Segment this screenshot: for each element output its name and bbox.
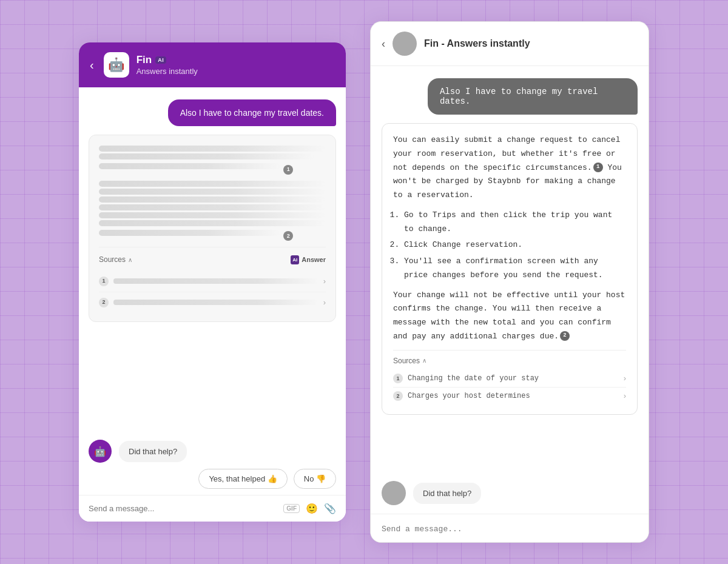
answer-text-right: You can easily submit a change request t… [393, 133, 626, 344]
footer-icons-left: GIF 🙂 📎 [283, 503, 336, 514]
chevron-up-left[interactable]: ∧ [128, 255, 132, 265]
message-input-left[interactable] [89, 504, 277, 513]
answer-para2: Your change will not be effective until … [393, 289, 626, 344]
right-chat-body: Also I have to change my travel dates. Y… [371, 66, 649, 472]
source-text-1-right: Changing the date of your stay [408, 374, 619, 383]
back-button-left[interactable]: ‹ [90, 58, 94, 72]
right-footer [371, 514, 649, 542]
right-chat-panel: ‹ Fin - Answers instantly Also I have to… [370, 21, 649, 543]
ai-mini-badge: AI [291, 255, 299, 265]
step-1: Go to Trips and then click the trip you … [404, 209, 626, 237]
sources-header-left: Sources ∧ AI Answer [99, 253, 326, 266]
source-arrow-1-left: › [323, 275, 326, 288]
bot-response-card-left: 1 2 Sources ∧ AI [89, 135, 336, 322]
blur-line [99, 220, 326, 226]
source-text-blur-1 [113, 278, 318, 284]
left-header: ‹ 🤖 Fin AI Answers instantly [79, 42, 346, 87]
source-item-1-left[interactable]: 1 › [99, 271, 326, 292]
right-did-help-row: Did that help? [371, 472, 649, 505]
blur-line [99, 212, 326, 218]
did-help-bubble-left: Did that help? [119, 441, 187, 462]
sources-text-right: Sources [393, 357, 420, 365]
citation-2-left: 2 [283, 231, 293, 241]
source-text-2-right: Charges your host determines [408, 392, 619, 400]
emoji-icon[interactable]: 🙂 [306, 503, 318, 514]
blur-line [99, 163, 280, 169]
answer-steps-list: Go to Trips and then click the trip you … [393, 209, 626, 283]
source-arrow-1-right: › [624, 374, 626, 383]
fin-logo-icon: 🤖 [108, 57, 124, 73]
attach-icon[interactable]: 📎 [324, 503, 336, 514]
cite-badge-2: 2 [560, 331, 570, 341]
source-num-1-right: 1 [393, 374, 403, 383]
header-title-right: Fin - Answers instantly [424, 38, 530, 49]
back-button-right[interactable]: ‹ [382, 38, 385, 50]
step-3: You'll see a confirmation screen with an… [404, 255, 626, 283]
source-arrow-2-left: › [323, 296, 326, 309]
source-item-1-right[interactable]: 1 Changing the date of your stay › [393, 370, 626, 388]
fin-avatar-right [393, 32, 417, 56]
message-input-right[interactable] [382, 525, 638, 534]
blur-line [99, 189, 326, 195]
answer-para1: You can easily submit a change request t… [393, 133, 626, 203]
source-num-2-right: 2 [393, 391, 403, 401]
fin-avatar-left: 🤖 [104, 52, 129, 78]
chevron-up-right[interactable]: ∧ [422, 357, 426, 364]
header-subtitle-left: Answers instantly [136, 67, 198, 76]
sources-label-left: Sources ∧ [99, 253, 132, 266]
user-message-left: Also I have to change my travel dates. [168, 99, 336, 126]
sources-section-left: Sources ∧ AI Answer 1 › 2 › [99, 247, 326, 313]
fin-name-left: Fin [136, 54, 152, 66]
yes-helped-button[interactable]: Yes, that helped 👍 [198, 469, 287, 489]
sources-section-right: Sources ∧ 1 Changing the date of your st… [393, 350, 626, 405]
spacer-right [371, 505, 649, 514]
user-message-right: Also I have to change my travel dates. [428, 78, 638, 115]
left-chat-body: Also I have to change my travel dates. 1… [79, 87, 346, 431]
no-button[interactable]: No 👎 [294, 469, 336, 489]
source-arrow-2-right: › [624, 391, 626, 400]
sources-label-right: Sources ∧ [393, 357, 426, 365]
source-item-2-left[interactable]: 2 › [99, 292, 326, 313]
citation-1-left: 1 [283, 165, 293, 175]
step-2: Click Change reservation. [404, 238, 626, 252]
answer-badge-left: AI Answer [291, 254, 326, 266]
fin-mini-avatar-left: 🤖 [89, 440, 112, 463]
answer-para2-text: Your change will not be effective until … [393, 290, 625, 341]
blur-line [99, 153, 314, 159]
header-title-left: Fin AI [136, 54, 198, 66]
left-footer: GIF 🙂 📎 [79, 495, 346, 522]
sources-header-right: Sources ∧ [393, 357, 626, 365]
cite-badge-1: 1 [593, 163, 603, 172]
right-header: ‹ Fin - Answers instantly [371, 22, 649, 66]
blur-line [99, 230, 280, 236]
left-chat-panel: ‹ 🤖 Fin AI Answers instantly Also I have… [79, 42, 346, 522]
gif-icon[interactable]: GIF [283, 504, 300, 513]
bot-answer-card-right: You can easily submit a change request t… [382, 123, 638, 415]
header-text-left: Fin AI Answers instantly [136, 54, 198, 76]
source-item-2-right[interactable]: 2 Charges your host determines › [393, 388, 626, 405]
source-num-1-left: 1 [99, 277, 109, 286]
did-help-bubble-right: Did that help? [413, 483, 481, 504]
blur-line [99, 204, 326, 210]
fin-mini-avatar-right [382, 481, 406, 505]
blur-line [99, 196, 326, 203]
blur-line [99, 146, 326, 152]
blur-line [99, 181, 326, 187]
did-help-row-left: 🤖 Did that help? [79, 431, 346, 463]
sources-text-left: Sources [99, 253, 126, 266]
answer-para1-text: You can easily submit a change request t… [393, 135, 620, 172]
answer-label-left: Answer [302, 254, 326, 266]
ai-badge-left: AI [155, 56, 166, 64]
feedback-row-left: Yes, that helped 👍 No 👎 [79, 463, 346, 495]
source-text-blur-2 [113, 300, 318, 305]
source-num-2-left: 2 [99, 298, 109, 307]
